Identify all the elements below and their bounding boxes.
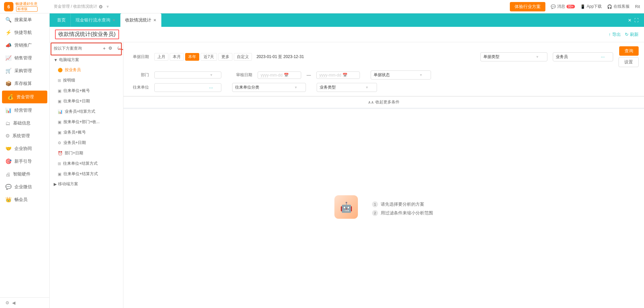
tab-maximize-icon[interactable]: ✕: [628, 18, 632, 23]
tab-bank-close[interactable]: ✕: [112, 18, 115, 22]
sidebar-item-member[interactable]: 👑 畅会员: [0, 193, 49, 206]
download-btn[interactable]: 📱 App下载: [580, 4, 602, 9]
date-custom[interactable]: 自定义: [234, 53, 252, 61]
scheme-item-dept-date[interactable]: ⏰ 部门+日期: [50, 148, 123, 158]
collapse-bar[interactable]: ∧∧ 收起更多条件: [123, 96, 644, 108]
staff-select[interactable]: 业务员 ···: [553, 52, 613, 61]
page-title-bar: 收款情况统计(按业务员) ↑ 导出 ↻ 刷新: [50, 27, 644, 42]
date-buttons: 上月 本月 本年 近7天 更多 自定义: [154, 53, 252, 61]
sidebar-item-corp[interactable]: 🤝 企业协同: [0, 142, 49, 155]
refresh-icon: ↻: [625, 32, 629, 37]
tab-expand-icon[interactable]: ⛶: [634, 18, 639, 23]
user-label[interactable]: Rit: [635, 4, 640, 9]
sidebar-settings-icon[interactable]: ⚙: [5, 300, 9, 305]
filter-row-date: 单据日期 上月 本月 本年 近7天 更多 自定义 20: [129, 46, 639, 67]
refresh-btn[interactable]: ↻ 刷新: [625, 32, 639, 38]
sidebar-item-sales[interactable]: 📈 销售管理: [0, 52, 49, 64]
trial-btn[interactable]: 体验行业方案: [510, 2, 545, 11]
sidebar-item-wechat[interactable]: 💬 企业微信: [0, 181, 49, 193]
page-title: 收款情况统计(按业务员): [55, 30, 119, 39]
edition-badge: 标准版: [16, 6, 38, 12]
sidebar-item-operation[interactable]: 📊 经营管理: [0, 104, 49, 117]
review-date-start[interactable]: yyyy-mm-dd 📅: [258, 71, 301, 79]
scheme-item-staff-account[interactable]: ▣ 业务员+账号: [50, 127, 123, 138]
scheme-section-desktop[interactable]: ▼ 电脑端方案: [50, 55, 123, 65]
sales-icon: 📈: [5, 55, 12, 61]
dept-chevron: ▼: [210, 73, 213, 77]
scheme-item-by-detail[interactable]: ⊞ 按明细: [50, 75, 123, 86]
sidebar-collapse-icon[interactable]: ◀: [12, 300, 15, 305]
gear-icon[interactable]: ⚙: [99, 4, 103, 9]
scheme-item-by-staff[interactable]: 🟠 按业务员: [50, 65, 123, 75]
expand-arrow-icon: ▼: [54, 58, 58, 62]
dept-select[interactable]: ▼: [154, 71, 221, 79]
scheme-collapse-btn[interactable]: 《: [115, 46, 119, 51]
date-last7[interactable]: 近7天: [201, 53, 217, 61]
top-header: 6 畅捷通好生意 标准版 资金管理 / 收款情况统计 ⚙ ▼ 体验行业方案 💬 …: [0, 0, 644, 13]
tab-home[interactable]: 首页: [52, 13, 71, 27]
calendar-start-icon: 📅: [284, 73, 289, 78]
empty-icon-area: 🤖: [334, 195, 361, 222]
date-this-year[interactable]: 本年: [185, 53, 199, 61]
scheme-add-btn[interactable]: +: [103, 46, 106, 51]
header-nav: 资金管理 / 收款情况统计 ⚙ ▼: [54, 4, 510, 9]
bill-status-select[interactable]: 单据状态 ▼: [371, 70, 431, 80]
counterpart-select[interactable]: ···: [154, 83, 221, 92]
query-btn[interactable]: 查询: [619, 46, 639, 56]
tab-receipt-close[interactable]: ✕: [153, 18, 156, 22]
dept-label: 部门: [129, 72, 149, 78]
export-icon: ↑: [609, 32, 611, 37]
date-more[interactable]: 更多: [218, 53, 232, 61]
service-btn[interactable]: 🎧 在线客服: [607, 4, 630, 9]
scheme-item-unit-date[interactable]: ▣ 往来单位+日期: [50, 96, 123, 106]
scheme-item-icon-un: ▣: [58, 120, 61, 124]
scheme-item-icon-ud: ▣: [58, 99, 61, 104]
scheme-item-staff-settle[interactable]: 📊 业务员+结算方式: [50, 106, 123, 117]
sidebar-item-search[interactable]: 🔍 搜索菜单: [0, 13, 49, 26]
sidebar-item-basic[interactable]: 🗂 基础信息: [0, 117, 49, 130]
sidebar-item-quicknav[interactable]: ⚡ 快捷导航: [0, 26, 49, 39]
date-prev-month[interactable]: 上月: [154, 53, 168, 61]
empty-robot-icon: 🤖: [334, 195, 358, 219]
logo-text: 畅捷通好生意: [15, 1, 38, 6]
scheme-item-unit-settle2[interactable]: ▣ 往来单位+结算方式: [50, 169, 123, 179]
bill-type-select[interactable]: 单据类型 ▼: [480, 52, 547, 61]
review-date-end[interactable]: yyyy-mm-dd 📅: [316, 71, 360, 79]
empty-state: 🤖 1 请先选择要分析的方案 2 用过滤条件来缩小分析范围: [123, 109, 644, 308]
messages-btn[interactable]: 💬 消息 99+: [551, 4, 575, 9]
scheme-settings-btn[interactable]: ⚙: [108, 46, 112, 51]
review-date-label: 审核日期: [232, 72, 252, 78]
sidebar-item-stock[interactable]: 📦 库存核算: [0, 77, 49, 90]
sidebar-item-hardware[interactable]: 🖨 智能硬件: [0, 168, 49, 181]
date-label: 单据日期: [129, 54, 149, 60]
counterpart-more-dots[interactable]: ···: [209, 85, 213, 90]
tab-bank[interactable]: 现金银行流水查询 ✕: [71, 13, 120, 27]
stock-icon: 📦: [5, 81, 12, 87]
scheme-item-staff-date[interactable]: ⚙ 业务员+日期: [50, 138, 123, 148]
sidebar-item-system[interactable]: ⚙ 系统管理: [0, 130, 49, 142]
scheme-item-unit-dept[interactable]: ▣ 按来单位+部门+收...: [50, 117, 123, 127]
sidebar-item-purchase[interactable]: 🛒 采购管理: [0, 64, 49, 77]
export-btn[interactable]: ↑ 导出: [609, 32, 621, 38]
scheme-item-unit-settle1[interactable]: ⊞ 往来单位+结算方式: [50, 158, 123, 169]
staff-more-dots[interactable]: ···: [601, 54, 605, 59]
calendar-end-icon: 📅: [342, 73, 347, 78]
left-panel: 按以下方案查询 + ⚙ 《 ▼ 电脑端方案 🟠 按业: [50, 42, 123, 308]
collapse-icon: ∧∧: [368, 100, 374, 105]
counterpart-type-select[interactable]: 往来单位分类 ▼: [232, 83, 306, 92]
sidebar-bottom: ⚙ ◀: [0, 297, 49, 308]
filter-row-counterpart: 往来单位 ··· 往来单位分类 ▼ 业务类型 ▼: [129, 83, 639, 92]
tab-receipt[interactable]: 收款情况统计 ✕: [120, 13, 161, 27]
biz-type-select[interactable]: 业务类型 ▼: [317, 83, 377, 92]
scheme-item-icon-staff: 🟠: [58, 68, 63, 72]
main-content: 首页 现金银行流水查询 ✕ 收款情况统计 ✕ ✕ ⛶ 收款情况统计(按业务员): [50, 13, 644, 308]
sidebar-item-guide[interactable]: 🎯 新手引导: [0, 155, 49, 168]
breadcrumb: 资金管理 / 收款情况统计 ⚙ ▼: [54, 4, 111, 9]
sidebar: 🔍 搜索菜单 ⚡ 快捷导航 📣 营销推广 📈 销售管理 🛒 采购管理 📦 库存核…: [0, 13, 50, 308]
scheme-section-mobile[interactable]: ▶ 移动端方案: [50, 179, 123, 189]
settings-btn[interactable]: 设置: [619, 57, 639, 67]
sidebar-item-finance[interactable]: 💰 资金管理: [2, 91, 47, 103]
scheme-item-unit-account[interactable]: ▣ 往来单位+账号: [50, 86, 123, 96]
date-this-month[interactable]: 本月: [170, 53, 184, 61]
sidebar-item-marketing[interactable]: 📣 营销推广: [0, 39, 49, 52]
